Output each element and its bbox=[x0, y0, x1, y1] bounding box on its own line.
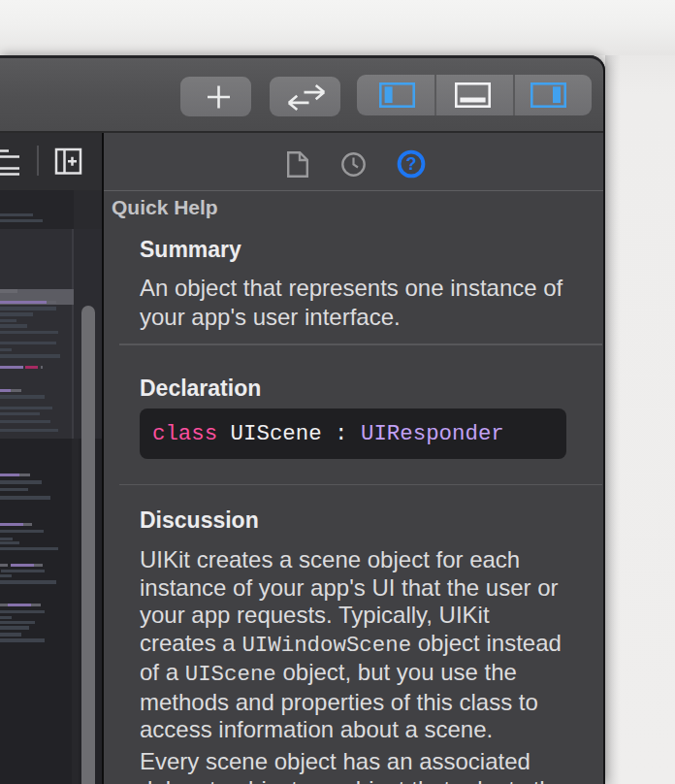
svg-text:?: ? bbox=[406, 154, 417, 174]
